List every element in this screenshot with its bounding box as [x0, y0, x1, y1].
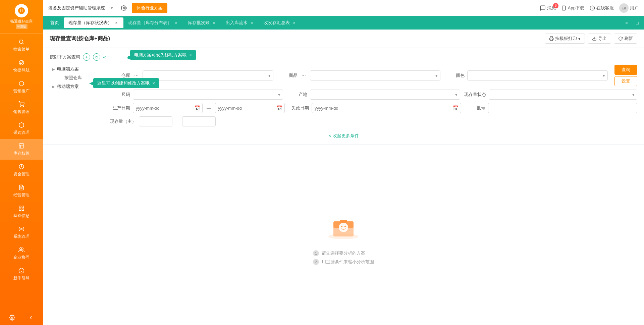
tab-inventory-status-close[interactable]: × — [114, 20, 119, 25]
exp-date-start[interactable] — [312, 103, 461, 113]
box-icon — [18, 121, 25, 129]
tip-num-2: 2 — [313, 259, 319, 265]
tabs-restore-btn[interactable]: □ — [633, 19, 641, 27]
industry-btn[interactable]: 体验行业方案 — [132, 3, 167, 13]
scheme-desktop-toggle[interactable]: ▶ 电脑端方案 — [50, 65, 103, 73]
sidebar-settings-btn[interactable] — [7, 313, 17, 322]
inv-qty-start[interactable] — [139, 116, 172, 126]
tab-home[interactable]: 首页 — [46, 17, 64, 28]
report-icon — [18, 184, 25, 191]
scheme-section: ▶ 电脑端方案 按照仓库 ▶ 移动端方案 这里可以创建和修改方案哦 × — [50, 65, 637, 130]
sidebar-collapse-btn[interactable] — [26, 313, 36, 322]
sidebar-item-operations[interactable]: 经营管理 — [0, 180, 43, 201]
print-btn[interactable]: 按模板打印 ▾ — [545, 34, 585, 44]
product-select-wrap — [310, 70, 440, 80]
guide-icon — [18, 267, 25, 274]
avatar-text: Ea — [622, 6, 626, 10]
header-settings-btn[interactable] — [118, 3, 129, 13]
refresh-btn[interactable]: 刷新 — [614, 34, 637, 44]
tab-inventory-dist[interactable]: 现存量（库存分布表） × — [123, 17, 183, 28]
sidebar-item-quick-nav[interactable]: 快捷导航 — [0, 56, 43, 76]
tab-batch-close[interactable]: × — [212, 20, 216, 25]
sidebar-item-system[interactable]: 系统管理 — [0, 222, 43, 243]
batch-no-label: 批号 — [465, 105, 485, 111]
support-btn[interactable]: 在线客服 — [590, 5, 614, 11]
sidebar-item-guide[interactable]: 新手引导 — [0, 264, 43, 284]
sidebar-item-purchase-label: 采购管理 — [13, 130, 30, 136]
tooltip1-close[interactable]: × — [189, 52, 192, 58]
app-header: 装备及固定资产辅助管理系统 ▾ 体验行业方案 6 消息 App下载 在线客服 E… — [43, 0, 644, 16]
filter-group-batch-no: 批号 — [465, 103, 638, 113]
export-label: 导出 — [598, 36, 607, 42]
svg-marker-3 — [20, 62, 22, 64]
system-name: 装备及固定资产辅助管理系统 — [48, 5, 105, 11]
filter-collapse-label: 收起更多条件 — [333, 133, 359, 138]
prod-date-end[interactable] — [215, 103, 285, 113]
settings-icon — [18, 225, 25, 233]
tab-collect[interactable]: 收发存汇总表 × — [259, 17, 301, 28]
message-badge: 6 — [553, 3, 558, 8]
svg-point-2 — [19, 61, 24, 65]
size-select[interactable] — [133, 90, 283, 100]
logo-tag: 标准版 — [16, 24, 28, 29]
tab-inventory-dist-close[interactable]: × — [174, 20, 178, 25]
tab-inventory-status[interactable]: 现存量（库存状况表） × — [64, 17, 123, 28]
color-select[interactable] — [467, 70, 608, 80]
tab-inout-close[interactable]: × — [250, 20, 254, 25]
filter-refresh-btn[interactable]: ↻ — [93, 53, 100, 61]
app-download-btn[interactable]: App下载 — [561, 5, 584, 11]
batch-no-input[interactable] — [488, 103, 638, 113]
reset-btn[interactable]: 设置 — [614, 76, 637, 86]
sidebar-item-basic[interactable]: 基础信息 — [0, 201, 43, 222]
tab-batch-label: 库存批次账 — [188, 20, 210, 26]
export-btn[interactable]: 导出 — [588, 34, 611, 44]
svg-point-4 — [20, 106, 21, 107]
inv-qty-sep: — — [175, 119, 179, 124]
inv-qty-end[interactable] — [182, 116, 216, 126]
sidebar-item-enterprise[interactable]: 企业协同 — [0, 243, 43, 264]
sidebar-item-sales[interactable]: 销售管理 — [0, 97, 43, 118]
tabs-close-btn[interactable]: × — [623, 19, 631, 27]
sidebar-item-inventory[interactable]: 库存核算 — [0, 139, 43, 160]
page-title: 现存量查询(按仓库+商品) — [50, 35, 110, 42]
svg-rect-13 — [19, 209, 21, 211]
svg-point-17 — [11, 317, 13, 319]
sidebar-item-finance[interactable]: 资金管理 — [0, 160, 43, 180]
mobile-arrow-icon: ▶ — [52, 85, 55, 89]
search-btn[interactable]: 查询 — [614, 65, 637, 75]
svg-point-18 — [123, 7, 125, 9]
prod-date-start[interactable] — [133, 103, 203, 113]
warehouse-dots[interactable]: ··· — [133, 72, 140, 78]
tab-collect-close[interactable]: × — [292, 20, 297, 25]
empty-tip-1: 1 请先选择要分析的方案 — [313, 250, 374, 256]
sidebar-item-search[interactable]: 搜索菜单 — [0, 35, 43, 56]
filter-collapse[interactable]: ∧ 收起更多条件 — [50, 130, 637, 142]
warehouse-select-wrap — [143, 70, 273, 80]
sidebar-item-purchase[interactable]: 采购管理 — [0, 118, 43, 139]
filter-group-prod-date: 生产日期 📅 — 📅 — [110, 103, 285, 113]
origin-select[interactable] — [310, 90, 460, 100]
filter-group-exp-date: 失效日期 📅 — [289, 103, 461, 113]
filter-back-btn[interactable]: « — [103, 54, 106, 60]
message-btn[interactable]: 6 消息 — [540, 5, 556, 11]
warehouse-select[interactable] — [143, 70, 273, 80]
product-select[interactable] — [310, 70, 440, 80]
svg-point-31 — [344, 226, 346, 227]
compass-icon — [18, 59, 25, 66]
sidebar-item-marketing[interactable]: 营销推广 — [0, 76, 43, 97]
tab-batch[interactable]: 库存批次账 × — [183, 17, 221, 28]
user-area[interactable]: Ea 用户 — [619, 3, 639, 13]
logo-text: 畅通道好生意 — [10, 19, 33, 23]
inv-status-select[interactable] — [489, 90, 637, 100]
tab-inout[interactable]: 出入库流水 × — [221, 17, 259, 28]
prod-date-start-wrap: 📅 — [133, 103, 203, 113]
product-dots[interactable]: ··· — [300, 72, 307, 78]
system-dropdown-btn[interactable]: ▾ — [108, 4, 116, 12]
filter-add-btn[interactable]: + — [83, 53, 90, 61]
scheme-mobile-label: 移动端方案 — [57, 84, 79, 90]
origin-select-wrap — [310, 90, 460, 100]
tooltip2-close[interactable]: × — [152, 80, 155, 86]
tab-inout-label: 出入库流水 — [226, 20, 248, 26]
page-actions: 按模板打印 ▾ 导出 刷新 — [545, 34, 637, 44]
tabs-bar: 首页 现存量（库存状况表） × 现存量（库存分布表） × 库存批次账 × 出入库… — [43, 16, 644, 30]
